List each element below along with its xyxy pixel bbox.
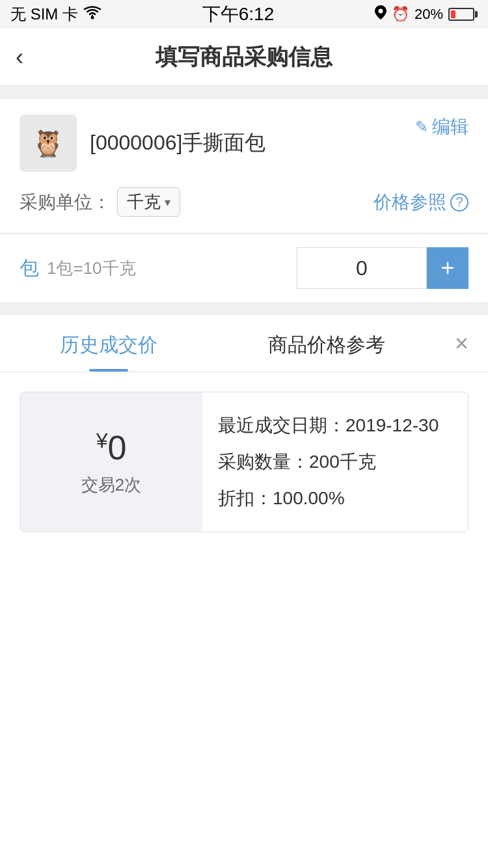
product-info: 🦉 [0000006]手撕面包: [20, 115, 265, 172]
svg-point-1: [378, 9, 383, 14]
discount-row: 折扣：100.00%: [218, 485, 452, 512]
nav-bar: ‹ 填写商品采购信息: [0, 29, 488, 86]
recent-date-label: 最近成交日期：: [218, 415, 346, 435]
product-logo-icon: 🦉: [32, 128, 64, 159]
unit-select[interactable]: 千克 ▾: [117, 187, 180, 217]
package-badge: 包: [20, 255, 39, 282]
alarm-icon: ⏰: [392, 6, 409, 23]
unit-selector-group: 采购单位： 千克 ▾: [20, 187, 180, 217]
close-icon: ×: [455, 330, 468, 357]
quantity-plus-button[interactable]: +: [427, 247, 468, 289]
battery-percent: 20%: [414, 6, 443, 23]
status-time: 下午6:12: [202, 2, 275, 27]
purchase-qty-label: 采购数量：: [218, 452, 309, 472]
help-icon: ?: [450, 193, 468, 211]
quantity-label-group: 包 1包=10千克: [20, 255, 136, 282]
status-left: 无 SIM 卡: [10, 4, 102, 25]
tabs-header: 历史成交价 商品价格参考 ×: [0, 315, 488, 372]
unit-label: 采购单位：: [20, 190, 111, 215]
recent-date-value: 2019-12-30: [346, 415, 439, 435]
history-price-summary: ¥0 交易2次: [20, 392, 202, 532]
price-value: 0: [107, 429, 126, 467]
status-bar: 无 SIM 卡 下午6:12 ⏰ 20%: [0, 0, 488, 29]
page-title: 填写商品采购信息: [156, 42, 332, 72]
edit-button[interactable]: ✎ 编辑: [415, 115, 468, 139]
wifi-icon: [83, 5, 102, 23]
recent-date-row: 最近成交日期：2019-12-30: [218, 412, 452, 439]
purchase-qty-row: 采购数量：200千克: [218, 448, 452, 476]
trade-count: 交易2次: [81, 474, 141, 496]
tab-history-price-label: 历史成交价: [60, 334, 157, 355]
quantity-control: 0 +: [297, 247, 468, 289]
tab-active-indicator: [89, 369, 128, 372]
product-thumbnail: 🦉: [20, 115, 77, 172]
tab-history-price[interactable]: 历史成交价: [0, 315, 217, 372]
chevron-down-icon: ▾: [165, 195, 170, 210]
back-button[interactable]: ‹: [16, 44, 23, 71]
location-icon: [375, 5, 386, 23]
edit-label: 编辑: [432, 115, 468, 139]
history-price-display: ¥0: [96, 428, 127, 467]
product-header: 🦉 [0000006]手撕面包 ✎ 编辑: [20, 115, 468, 172]
unit-value: 千克: [127, 191, 161, 213]
price-ref-label: 价格参照: [373, 190, 446, 215]
package-desc: 1包=10千克: [47, 257, 136, 280]
price-ref-button[interactable]: 价格参照 ?: [373, 190, 468, 215]
edit-icon: ✎: [415, 118, 428, 136]
history-card: ¥0 交易2次 最近成交日期：2019-12-30 采购数量：200千克 折扣：…: [20, 392, 468, 532]
product-card: 🦉 [0000006]手撕面包 ✎ 编辑 采购单位： 千克 ▾ 价格参照 ?: [0, 99, 488, 232]
product-name: [0000006]手撕面包: [90, 129, 265, 157]
tabs-section: 历史成交价 商品价格参考 × ¥0 交易2次 最近成交日期：2019-12-30…: [0, 315, 488, 868]
empty-content-area: [0, 552, 488, 868]
tab-product-price-ref[interactable]: 商品价格参考: [217, 315, 435, 372]
price-symbol: ¥: [96, 428, 108, 452]
status-right: ⏰ 20%: [375, 5, 478, 23]
quantity-row: 包 1包=10千克 0 +: [0, 234, 488, 302]
battery-icon: [448, 8, 478, 21]
carrier-label: 无 SIM 卡: [10, 4, 78, 25]
tab-close-button[interactable]: ×: [435, 330, 488, 357]
discount-value: 100.00%: [273, 488, 345, 508]
tab-product-price-ref-label: 商品价格参考: [268, 334, 385, 355]
purchase-qty-value: 200千克: [309, 452, 376, 472]
svg-point-0: [91, 16, 94, 20]
history-details: 最近成交日期：2019-12-30 采购数量：200千克 折扣：100.00%: [202, 392, 468, 532]
discount-label: 折扣：: [218, 488, 273, 508]
product-unit-row: 采购单位： 千克 ▾ 价格参照 ?: [20, 187, 468, 217]
quantity-input[interactable]: 0: [297, 247, 427, 289]
